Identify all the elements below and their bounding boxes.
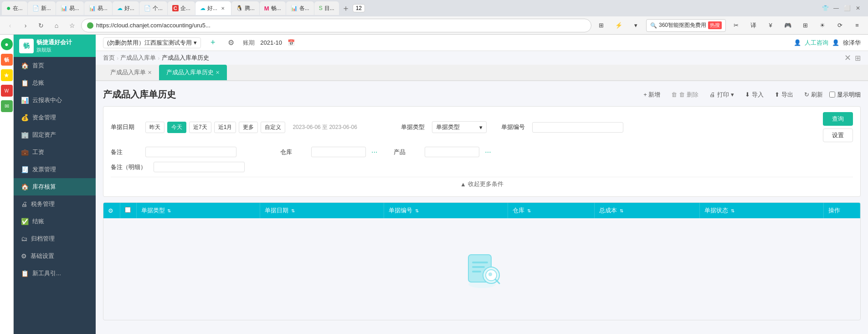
- sidebar-item-fixed-assets[interactable]: 🏢 固定资产: [14, 126, 96, 144]
- sidebar-item-inventory[interactable]: 🏠 库存核算: [14, 178, 96, 195]
- app-icon-green[interactable]: ●: [1, 38, 13, 50]
- sidebar-item-checkout[interactable]: ✅ 结账: [14, 213, 96, 230]
- back-button[interactable]: ‹: [4, 19, 16, 32]
- sidebar-item-home[interactable]: 🏠 首页: [14, 57, 96, 74]
- restore-button[interactable]: ⬜: [842, 4, 852, 13]
- panel-resize-icon[interactable]: ⊞: [855, 54, 861, 62]
- sidebar-item-general-ledger[interactable]: 📋 总账: [14, 74, 96, 92]
- home-nav-button[interactable]: ⌂: [50, 19, 63, 32]
- col-warehouse[interactable]: 仓库 ⇅: [508, 203, 594, 218]
- consultant-label[interactable]: 人工咨询: [805, 39, 828, 47]
- close-panel-button[interactable]: ✕: [844, 53, 851, 63]
- date-btn-7days[interactable]: 近7天: [189, 122, 211, 133]
- sync-icon[interactable]: ⟳: [832, 19, 847, 32]
- col-checkbox[interactable]: [120, 203, 136, 218]
- refresh-button[interactable]: ↻ 刷新: [800, 89, 827, 101]
- sidebar-item-new-business[interactable]: 📋 新工具引...: [14, 265, 96, 282]
- warehouse-more-icon[interactable]: ···: [370, 148, 379, 156]
- tab-history-close[interactable]: ✕: [216, 70, 220, 76]
- product-more-icon[interactable]: ···: [483, 148, 493, 156]
- account-settings-button[interactable]: ⚙: [225, 36, 237, 49]
- browser-tab-10[interactable]: M 畅...: [260, 1, 286, 15]
- collapse-button[interactable]: ▲ 收起更多条件: [111, 177, 853, 191]
- col-total-cost[interactable]: 总成本 ⇅: [595, 203, 700, 218]
- tab-list-close[interactable]: ✕: [148, 70, 152, 76]
- date-btn-custom[interactable]: 自定义: [261, 122, 285, 133]
- minimize-button[interactable]: —: [832, 4, 841, 13]
- sidebar-item-report-center[interactable]: 📊 云报表中心: [14, 92, 96, 109]
- browser-tab-1[interactable]: ● 在...: [2, 1, 27, 15]
- url-bar[interactable]: https://cloud.chanjet.com/accounting/uru…: [81, 19, 591, 32]
- refresh-nav-button[interactable]: ↻: [35, 19, 47, 32]
- export-button[interactable]: ⬆ 导出: [770, 89, 798, 101]
- setting-button[interactable]: 设置: [823, 128, 853, 142]
- col-type[interactable]: 单据类型 ⇅: [136, 203, 260, 218]
- app-icon-mail[interactable]: ✉: [1, 100, 13, 112]
- grid-icon[interactable]: ⊞: [594, 19, 609, 32]
- col-date[interactable]: 单据日期 ⇅: [260, 203, 384, 218]
- date-btn-more[interactable]: 更多: [239, 122, 258, 133]
- detail-note-input[interactable]: [154, 162, 245, 172]
- add-button[interactable]: + 新增: [639, 89, 665, 101]
- col-number[interactable]: 单据编号 ⇅: [384, 203, 508, 218]
- theme-icon[interactable]: ☀: [815, 19, 830, 32]
- import-button[interactable]: ⬇ 导入: [740, 89, 768, 101]
- browser-tab-9[interactable]: 🐧 腾...: [231, 1, 259, 15]
- app-icon-1[interactable]: 畅: [1, 54, 13, 66]
- show-cols-checkbox[interactable]: [829, 92, 835, 98]
- browser-tab-12[interactable]: S 目...: [314, 1, 339, 15]
- close-button[interactable]: ✕: [853, 4, 863, 13]
- browser-tab-2[interactable]: 📄 新...: [28, 1, 56, 15]
- tab-history[interactable]: 产成品入库单历史 ✕: [159, 65, 227, 80]
- delete-button[interactable]: 🗑 🗑 删除: [667, 89, 703, 101]
- print-button[interactable]: 🖨 打印 ▾: [705, 89, 739, 101]
- translate-icon[interactable]: 译: [746, 19, 760, 32]
- browser-tab-3[interactable]: 📊 易...: [56, 1, 84, 15]
- search-360[interactable]: 🔍 360智能抠图免费用 热搜: [646, 19, 726, 32]
- app-icon-star[interactable]: ★: [1, 69, 13, 81]
- breadcrumb-home[interactable]: 首页: [103, 54, 115, 62]
- tab-count[interactable]: 12: [353, 4, 365, 12]
- scissors-icon[interactable]: ✂: [729, 19, 743, 32]
- app-icon-weibo[interactable]: W: [1, 85, 13, 97]
- lightning-icon[interactable]: ⚡: [611, 19, 626, 32]
- show-cols-toggle[interactable]: 显示明细: [829, 91, 861, 99]
- bookmark-button[interactable]: ☆: [66, 19, 78, 32]
- game-icon[interactable]: 🎮: [781, 19, 795, 32]
- warehouse-filter-input[interactable]: [311, 147, 366, 157]
- sidebar-item-fund-mgmt[interactable]: 💰 资金管理: [14, 109, 96, 126]
- col-status[interactable]: 单据状态 ⇅: [700, 203, 824, 218]
- dropdown-btn[interactable]: ▾: [629, 19, 643, 32]
- sidebar-item-basic-settings[interactable]: ⚙ 基础设置: [14, 247, 96, 265]
- browser-tab-7[interactable]: C 企...: [168, 1, 195, 15]
- sidebar-item-invoice[interactable]: 🧾 发票管理: [14, 161, 96, 178]
- forward-button[interactable]: ›: [19, 19, 32, 32]
- number-filter-input[interactable]: [532, 122, 623, 133]
- browser-tab-8[interactable]: ☁ 好... ✕: [195, 1, 231, 15]
- new-tab-button[interactable]: ＋: [339, 2, 352, 15]
- browser-tab-5[interactable]: ☁ 好...: [113, 1, 139, 15]
- tab-list[interactable]: 产成品入库单 ✕: [103, 65, 159, 80]
- browser-tab-6[interactable]: 📄 个...: [139, 1, 167, 15]
- select-all-checkbox[interactable]: [125, 207, 131, 213]
- col-gear[interactable]: ⚙: [103, 203, 120, 218]
- layout-icon[interactable]: ⊞: [798, 19, 812, 32]
- date-btn-1month[interactable]: 近1月: [214, 122, 236, 133]
- type-selector[interactable]: 单据类型 ▾: [432, 121, 487, 133]
- date-btn-yesterday[interactable]: 昨天: [145, 122, 164, 133]
- account-selector[interactable]: (勿删勿禁用）江西服宝测试专用 ▾: [103, 37, 201, 48]
- sidebar-item-tax[interactable]: 🖨 税务管理: [14, 195, 96, 213]
- browser-tab-4[interactable]: 📊 易...: [84, 1, 112, 15]
- add-account-button[interactable]: +: [206, 36, 219, 49]
- currency-icon[interactable]: ¥: [763, 19, 778, 32]
- sidebar-item-archive[interactable]: 🗂 归档管理: [14, 230, 96, 247]
- browser-tab-11[interactable]: 📊 各...: [286, 1, 314, 15]
- sidebar-item-payroll[interactable]: 💼 工资: [14, 144, 96, 161]
- note-filter-input[interactable]: [145, 147, 236, 157]
- breadcrumb-parent[interactable]: 产成品入库单: [120, 54, 156, 62]
- tab-close-8[interactable]: ✕: [219, 5, 226, 12]
- date-btn-today[interactable]: 今天: [167, 122, 186, 133]
- more-settings-icon[interactable]: ≡: [850, 19, 864, 32]
- product-filter-input[interactable]: [425, 147, 479, 157]
- query-button[interactable]: 查询: [823, 112, 853, 126]
